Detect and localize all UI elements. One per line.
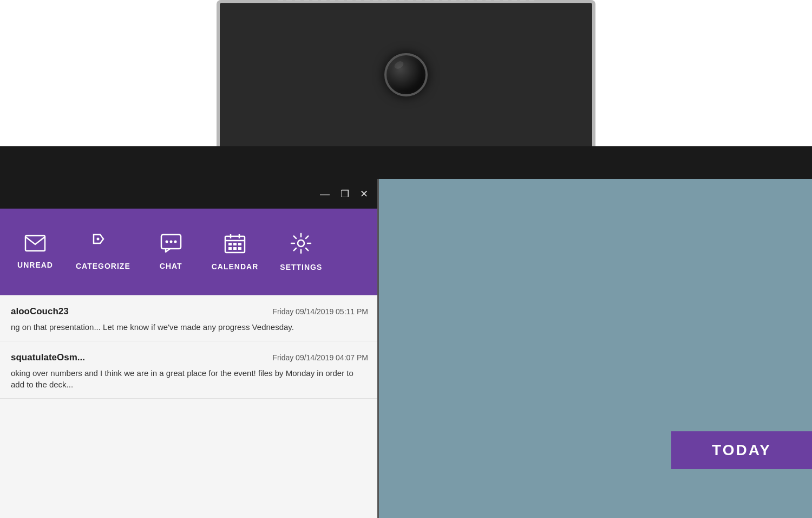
nav-label-settings: SETTINGS xyxy=(280,263,322,271)
tooth xyxy=(278,0,283,1)
svg-rect-13 xyxy=(228,247,232,250)
nav-label-unread: UNREAD xyxy=(17,261,53,269)
tooth xyxy=(460,0,465,1)
device-bar xyxy=(217,0,595,146)
tooth xyxy=(295,0,300,1)
tooth xyxy=(529,0,534,1)
divider-line xyxy=(377,179,379,518)
today-button[interactable]: TODAY xyxy=(671,431,812,469)
tooth xyxy=(312,0,318,1)
tooth xyxy=(434,0,439,1)
black-bar xyxy=(0,146,812,179)
tooth xyxy=(416,0,422,1)
email-preview-1: ng on that presentation... Let me know i… xyxy=(11,321,368,333)
hardware-area xyxy=(0,0,812,152)
svg-point-5 xyxy=(174,241,176,243)
email-preview-2: oking over numbers and I think we are in… xyxy=(11,367,368,390)
tooth xyxy=(330,0,335,1)
settings-icon xyxy=(290,232,312,257)
nav-item-chat[interactable]: CHAT xyxy=(141,227,201,277)
email-date-2: Friday 09/14/2019 04:07 PM xyxy=(272,353,368,362)
svg-rect-11 xyxy=(233,243,237,245)
webcam-lens xyxy=(384,53,428,96)
nav-bar: UNREAD CATEGORIZE CHAT xyxy=(0,209,379,295)
tooth xyxy=(451,0,456,1)
tooth xyxy=(477,0,482,1)
svg-rect-0 xyxy=(25,236,45,251)
tooth xyxy=(382,0,387,1)
unread-icon xyxy=(24,235,46,255)
svg-rect-15 xyxy=(238,247,241,250)
teeth-container xyxy=(220,0,592,3)
tooth xyxy=(347,0,352,1)
svg-point-16 xyxy=(298,240,304,247)
svg-rect-10 xyxy=(228,243,232,245)
svg-point-1 xyxy=(97,238,100,241)
today-label: TODAY xyxy=(712,442,771,459)
svg-point-4 xyxy=(169,241,172,243)
close-button[interactable]: ✕ xyxy=(360,189,368,199)
svg-point-3 xyxy=(165,241,168,243)
tooth xyxy=(286,0,292,1)
nav-item-categorize[interactable]: CATEGORIZE xyxy=(65,227,141,277)
nav-item-unread[interactable]: UNREAD xyxy=(5,228,65,276)
email-date-1: Friday 09/14/2019 05:11 PM xyxy=(272,307,368,316)
tooth xyxy=(442,0,448,1)
calendar-icon xyxy=(224,233,246,257)
email-sender-2: squatulateOsm... xyxy=(11,352,85,363)
tooth xyxy=(399,0,404,1)
tooth xyxy=(321,0,326,1)
tooth xyxy=(494,0,500,1)
tooth xyxy=(468,0,474,1)
tooth xyxy=(512,0,517,1)
nav-label-categorize: CATEGORIZE xyxy=(76,262,130,270)
chat-icon xyxy=(160,234,182,256)
tooth xyxy=(356,0,361,1)
nav-item-settings[interactable]: SETTINGS xyxy=(269,226,333,278)
email-sender-1: alooCouch23 xyxy=(11,306,69,317)
nav-label-chat: CHAT xyxy=(160,262,182,270)
nav-item-calendar[interactable]: CALENDAR xyxy=(201,226,270,277)
tooth xyxy=(503,0,508,1)
tooth xyxy=(425,0,430,1)
categorize-icon xyxy=(93,234,113,256)
tooth xyxy=(486,0,491,1)
tooth xyxy=(364,0,370,1)
nav-label-calendar: CALENDAR xyxy=(212,262,259,271)
minimize-button[interactable]: — xyxy=(320,189,330,199)
email-header-1: alooCouch23 Friday 09/14/2019 05:11 PM xyxy=(11,306,368,317)
svg-rect-12 xyxy=(238,243,241,245)
tooth xyxy=(408,0,413,1)
svg-rect-14 xyxy=(233,247,237,250)
email-header-2: squatulateOsm... Friday 09/14/2019 04:07… xyxy=(11,352,368,363)
restore-button[interactable]: ❐ xyxy=(340,189,349,199)
tooth xyxy=(390,0,396,1)
email-item-2[interactable]: squatulateOsm... Friday 09/14/2019 04:07… xyxy=(0,341,379,399)
email-item-1[interactable]: alooCouch23 Friday 09/14/2019 05:11 PM n… xyxy=(0,295,379,341)
window-controls-bar: — ❐ ✕ xyxy=(0,179,379,209)
tooth xyxy=(373,0,378,1)
tooth xyxy=(520,0,526,1)
tooth xyxy=(338,0,344,1)
tooth xyxy=(304,0,309,1)
email-list: alooCouch23 Friday 09/14/2019 05:11 PM n… xyxy=(0,295,379,518)
